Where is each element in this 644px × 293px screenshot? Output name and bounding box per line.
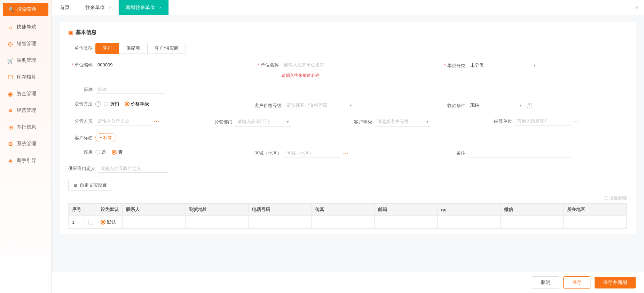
payment-condition-label: 收款条件 bbox=[441, 103, 465, 109]
default-radio[interactable]: 默认 bbox=[101, 219, 119, 225]
qq-input[interactable] bbox=[441, 218, 497, 226]
unit-category-select[interactable]: 未分类 ▾ bbox=[468, 61, 538, 70]
customer-price-chevron-icon: ▾ bbox=[350, 103, 352, 108]
manager-input[interactable] bbox=[95, 117, 151, 125]
cell-address[interactable] bbox=[186, 216, 249, 229]
region-input[interactable] bbox=[284, 149, 340, 157]
tab-new-contact[interactable]: 新增往来单位 × bbox=[119, 0, 169, 15]
row-checkbox[interactable] bbox=[88, 220, 93, 225]
pricing-level-radio[interactable]: 价格等级 bbox=[125, 101, 149, 107]
cell-fax[interactable] bbox=[312, 216, 375, 229]
short-name-input[interactable] bbox=[95, 86, 165, 94]
pricing-row: 定价方法 ? 折扣 价格等级 客户价格等级 bbox=[68, 101, 627, 110]
default-radio-circle bbox=[101, 220, 105, 225]
manager-row: 分管人员 ··· 分管部门 请输入分管部门 ▾ 客户等级 请选择客户等级 ▾ bbox=[68, 117, 627, 127]
region-ellipsis-button[interactable]: ··· bbox=[343, 150, 348, 156]
unit-type-row: 单位类型 客户 供应商 客户/供应商 bbox=[68, 43, 627, 54]
sidebar-item-purchase[interactable]: 🛒 采购管理 bbox=[0, 52, 51, 69]
col-contact: 联系人 bbox=[123, 204, 186, 216]
cell-phone[interactable] bbox=[249, 216, 312, 229]
payment-condition-select[interactable]: 现结 ▾ bbox=[468, 101, 524, 110]
main-content: ▣ 基本信息 单位类型 客户 供应商 客户/供应商 单位编码 bbox=[52, 15, 644, 272]
save-new-button[interactable]: 保存并新增 bbox=[595, 277, 636, 288]
manager-ellipsis-button[interactable]: ··· bbox=[154, 118, 159, 124]
address-input[interactable] bbox=[189, 218, 245, 226]
region-label: 区域（地区） bbox=[254, 150, 282, 156]
customer-price-item: 客户价格等级 请选择客户价格等级 ▾ bbox=[254, 101, 441, 110]
unit-btn-both[interactable]: 客户/供应商 bbox=[147, 43, 186, 54]
unit-btn-supplier[interactable]: 供应商 bbox=[119, 43, 147, 54]
close-all-tabs-button[interactable]: × bbox=[630, 5, 644, 11]
dept-label: 分管部门 bbox=[208, 119, 233, 125]
tab2-close-icon[interactable]: × bbox=[159, 5, 162, 10]
inventory-icon: ☐ bbox=[7, 74, 14, 81]
cell-region[interactable] bbox=[564, 216, 627, 229]
disabled-yes-radio[interactable]: 是 bbox=[95, 149, 106, 155]
section-title: ▣ 基本信息 bbox=[68, 29, 627, 36]
home-icon: ⌂ bbox=[7, 24, 14, 31]
sidebar-item-basic[interactable]: ⊞ 基础信息 bbox=[0, 119, 51, 136]
sidebar-item-finance[interactable]: ◉ 资金管理 bbox=[0, 86, 51, 102]
customer-level-select[interactable]: 请选择客户等级 ▾ bbox=[375, 117, 431, 127]
purchase-icon: 🛒 bbox=[7, 57, 14, 64]
main-area: 首页 往来单位 × 新增往来单位 × × ▣ 基本信息 单位类型 客户 bbox=[52, 0, 644, 293]
contacts-table: 序号 设为默认 联系人 到货地址 电话号码 传真 邮箱 qq 微信 所在地区 操… bbox=[68, 203, 627, 229]
supplier-custom-input[interactable] bbox=[98, 164, 168, 173]
wechat-input[interactable] bbox=[504, 218, 560, 226]
cell-checkbox[interactable] bbox=[85, 216, 97, 229]
tab-contacts[interactable]: 往来单位 × bbox=[78, 0, 119, 15]
manager-item: 分管人员 ··· bbox=[68, 117, 208, 125]
payment-help-icon[interactable]: ? bbox=[527, 103, 532, 108]
custom-settings-button[interactable]: ⚙ 自定义项设置 bbox=[68, 180, 112, 191]
sidebar-item-sales[interactable]: ◎ 销售管理 bbox=[0, 35, 51, 52]
cell-default: 默认 bbox=[97, 216, 123, 229]
cell-qq[interactable] bbox=[438, 216, 501, 229]
unit-name-input[interactable] bbox=[282, 61, 358, 69]
email-input[interactable] bbox=[378, 218, 434, 226]
settlement-input[interactable] bbox=[515, 117, 571, 125]
unit-btn-customer[interactable]: 客户 bbox=[95, 43, 119, 54]
search-menu-button[interactable]: 🔍 搜索菜单 bbox=[3, 3, 48, 16]
sidebar-item-quick-nav[interactable]: ⌂ 快捷导航 bbox=[0, 19, 51, 35]
cancel-button[interactable]: 取消 bbox=[532, 276, 559, 289]
disabled-item: 停用 是 否 bbox=[68, 149, 254, 155]
tags-label: 客户标签 bbox=[68, 135, 93, 141]
short-name-row: 简称 bbox=[68, 86, 627, 94]
settlement-ellipsis-button[interactable]: ··· bbox=[573, 118, 579, 124]
col-checkbox bbox=[85, 204, 97, 216]
disabled-no-radio[interactable]: 否 bbox=[112, 149, 123, 155]
pricing-discount-radio[interactable]: 折扣 bbox=[104, 101, 119, 107]
system-icon: ⚙ bbox=[7, 140, 14, 147]
cell-wechat[interactable] bbox=[501, 216, 564, 229]
cell-contact[interactable] bbox=[123, 216, 186, 229]
sidebar-item-operation[interactable]: ≡ 经营管理 bbox=[0, 102, 51, 119]
sidebar-item-guide[interactable]: ◈ 新手引导 bbox=[0, 152, 51, 169]
tab-home[interactable]: 首页 bbox=[52, 0, 78, 15]
phone-input[interactable] bbox=[252, 218, 308, 226]
unit-category-chevron-icon: ▾ bbox=[534, 63, 536, 68]
section-title-icon: ▣ bbox=[68, 30, 73, 35]
unit-code-input[interactable] bbox=[95, 61, 165, 69]
pricing-help-icon[interactable]: ? bbox=[95, 101, 101, 107]
footer: 取消 保存 保存并新增 bbox=[52, 272, 644, 293]
save-button[interactable]: 保存 bbox=[563, 276, 590, 289]
remark-input[interactable] bbox=[468, 149, 573, 157]
sidebar-item-inventory[interactable]: ☐ 库存核算 bbox=[0, 69, 51, 86]
sidebar-item-system[interactable]: ⚙ 系统管理 bbox=[0, 136, 51, 152]
cell-email[interactable] bbox=[375, 216, 438, 229]
unit-type-item: 单位类型 客户 供应商 客户/供应商 bbox=[68, 43, 627, 54]
dept-select[interactable]: 请输入分管部门 ▾ bbox=[235, 117, 291, 127]
batch-delete-label[interactable]: 批量删除 bbox=[609, 195, 627, 201]
settlement-label: 结算单位 bbox=[488, 118, 512, 124]
add-tag-button[interactable]: + 标签 bbox=[95, 133, 116, 142]
col-seq: 序号 bbox=[69, 204, 85, 216]
customer-level-item: 客户等级 请选择客户等级 ▾ bbox=[348, 117, 488, 127]
tab-bar: 首页 往来单位 × 新增往来单位 × × bbox=[52, 0, 644, 15]
fax-input[interactable] bbox=[315, 218, 371, 226]
unit-type-label: 单位类型 bbox=[68, 45, 93, 51]
discount-radio-circle bbox=[104, 101, 109, 106]
contact-input[interactable] bbox=[126, 218, 182, 226]
region-row-input[interactable] bbox=[567, 218, 623, 226]
tab1-close-icon[interactable]: × bbox=[109, 5, 111, 10]
customer-price-select[interactable]: 请选择客户价格等级 ▾ bbox=[284, 101, 354, 110]
